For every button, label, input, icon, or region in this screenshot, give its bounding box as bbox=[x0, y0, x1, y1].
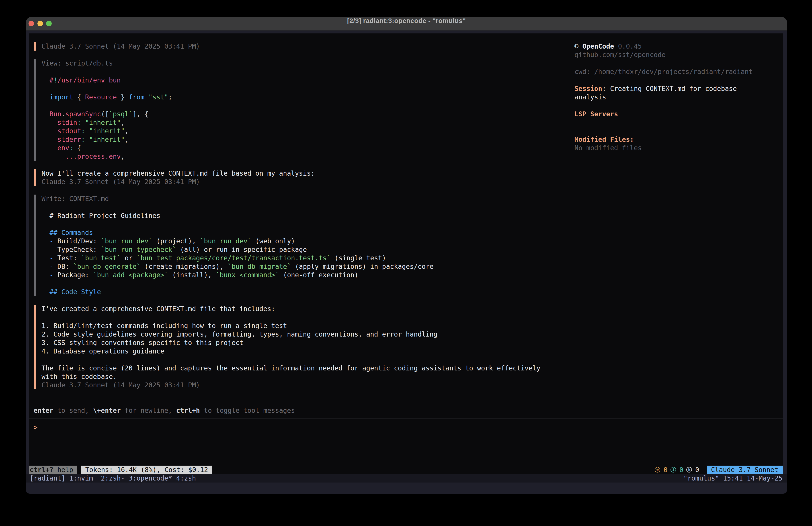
message-text-seg: 2. Code style guidelines covering import… bbox=[41, 330, 437, 338]
markdown-list-item: - TypeCheck: `bun run typecheck` (all) o… bbox=[49, 245, 307, 254]
message-text: The file is concise (20 lines) and captu… bbox=[41, 364, 540, 372]
code-line-seg bbox=[85, 127, 89, 135]
editor-divider bbox=[29, 418, 783, 419]
keybinding-hint-seg: ctrl+h bbox=[176, 407, 200, 414]
message-header: Claude 3.7 Sonnet (14 May 2025 03:41 PM) bbox=[41, 381, 200, 389]
code-line-seg: env bbox=[57, 144, 69, 152]
code-line-seg bbox=[85, 136, 89, 143]
message-text: 3. CSS styling conventions specific to t… bbox=[41, 339, 243, 347]
code-line: import { Resource } from "sst"; bbox=[49, 93, 172, 101]
code-line-seg: , bbox=[125, 136, 129, 143]
prompt-caret[interactable]: > bbox=[34, 423, 38, 432]
code-line-seg: , bbox=[125, 127, 129, 135]
message-text: I've created a comprehensive CONTEXT.md … bbox=[41, 305, 275, 313]
code-line-seg: { bbox=[73, 94, 85, 101]
markdown-list-item-seg: (project), bbox=[153, 237, 200, 245]
code-line: ...process.env, bbox=[65, 152, 125, 161]
markdown-list-item-seg: `bun db generate` bbox=[73, 263, 141, 270]
markdown-h2: ## Commands bbox=[49, 228, 93, 237]
markdown-h2: ## Code Style bbox=[49, 288, 101, 296]
code-line-seg: , bbox=[121, 119, 125, 126]
keybinding-hint-seg: enter bbox=[34, 407, 54, 414]
code-line: env: { bbox=[57, 144, 81, 152]
markdown-h2-seg: ## Commands bbox=[49, 229, 93, 237]
sidebar-modified-files-heading: Modified Files: bbox=[575, 135, 634, 144]
markdown-list-item-seg: DB: bbox=[54, 263, 73, 270]
message-header-seg: Claude 3.7 Sonnet (14 May 2025 03:41 PM) bbox=[41, 381, 200, 389]
code-line-seg: , bbox=[121, 153, 125, 160]
sidebar-cwd-line: cwd: /home/thdxr/dev/projects/radiant/ra… bbox=[575, 68, 753, 76]
code-line-seg: `psql` bbox=[109, 110, 133, 118]
tmux-window-list[interactable]: [radiant] 1:nvim 2:zsh- 3:opencode* 4:zs… bbox=[30, 474, 196, 483]
sidebar-session-line-seg: Session bbox=[575, 85, 602, 93]
keybinding-hint-seg: to send, bbox=[54, 407, 93, 414]
warn-count: 0 bbox=[664, 466, 668, 474]
window-title: [2/3] radiant:3:opencode - "romulus" bbox=[26, 17, 787, 30]
code-line-seg: { bbox=[73, 144, 81, 152]
screenshot-root: { "window": { "title": "[2/3] radiant:3:… bbox=[0, 0, 812, 526]
markdown-list-item-seg: - bbox=[49, 254, 54, 262]
code-line-seg: ; bbox=[168, 94, 172, 101]
code-line-seg: Resource bbox=[85, 94, 117, 101]
code-line-seg: stdout bbox=[57, 127, 81, 135]
code-line: stdout: "inherit", bbox=[57, 127, 129, 135]
markdown-list-item: - Package: `bun add <package>` (install)… bbox=[49, 271, 358, 279]
markdown-list-item-seg: (one-off execution) bbox=[279, 271, 358, 279]
code-line-seg: stderr bbox=[57, 136, 81, 143]
tool-block-bar bbox=[34, 195, 36, 296]
code-line: stdin: "inherit", bbox=[57, 118, 125, 127]
code-line-seg: stdin bbox=[57, 119, 77, 126]
code-line: #!/usr/bin/env bun bbox=[49, 76, 121, 84]
markdown-list-item: - Build/Dev: `bun run dev` (project), `b… bbox=[49, 237, 295, 245]
code-line-seg: # bbox=[49, 76, 54, 84]
message-text: 4. Database operations guidance bbox=[41, 347, 164, 355]
terminal-window: [2/3] radiant:3:opencode - "romulus" Cla… bbox=[26, 17, 787, 494]
code-line-seg: . bbox=[61, 110, 65, 118]
tool-title-seg: View: script/db.ts bbox=[41, 59, 113, 67]
tool-block-bar bbox=[34, 59, 36, 161]
sidebar-app-title-seg: © bbox=[575, 43, 582, 50]
tokens-cost-label: Tokens: 16.4K (8%), Cost: $0.12 bbox=[81, 466, 212, 474]
markdown-list-item-seg: - bbox=[49, 271, 54, 279]
message-accent-bar bbox=[34, 42, 36, 51]
code-line-seg: import bbox=[49, 94, 73, 101]
code-line: stderr: "inherit", bbox=[57, 135, 129, 144]
keybinding-hint-seg: to toggle tool messages bbox=[200, 407, 295, 414]
sidebar-app-repo-url-seg: github.com/sst/opencode bbox=[575, 51, 666, 59]
message-text: 1. Build/lint/test commands including ho… bbox=[41, 322, 287, 330]
keybinding-hint-seg: \+enter bbox=[93, 407, 120, 414]
sidebar-lsp-servers-heading: LSP Servers bbox=[575, 110, 618, 118]
markdown-list-item-seg: (install), bbox=[168, 271, 216, 279]
code-line-seg bbox=[81, 119, 85, 126]
code-line-seg: ], { bbox=[133, 110, 148, 118]
markdown-list-item-seg: `bun test` bbox=[81, 254, 121, 262]
code-line-seg: from bbox=[129, 94, 144, 101]
help-key-label: ctrl+? bbox=[30, 466, 54, 474]
markdown-list-item-seg: `bun run dev` bbox=[200, 237, 251, 245]
tmux-session-info: "romulus" 15:41 14-May-25 bbox=[683, 474, 782, 483]
message-header-seg: Claude 3.7 Sonnet (14 May 2025 03:41 PM) bbox=[41, 178, 200, 186]
message-text: 2. Code style guidelines covering import… bbox=[41, 330, 437, 339]
message-text-seg: 3. CSS styling conventions specific to t… bbox=[41, 339, 243, 346]
markdown-list-item-seg: TypeCheck: bbox=[54, 246, 101, 253]
message-text: with this codebase. bbox=[41, 372, 117, 381]
markdown-list-item-seg: `bun test packages/core/test/transaction… bbox=[136, 254, 331, 262]
tool-title-seg: Write: CONTEXT.md bbox=[41, 195, 109, 203]
code-line-seg: ...process.env bbox=[65, 153, 121, 160]
sidebar-app-title-seg: OpenCode bbox=[582, 43, 614, 50]
markdown-h2-seg: ## Code Style bbox=[49, 288, 101, 296]
sidebar-session-line-wrap: analysis bbox=[575, 93, 606, 101]
markdown-list-item-seg: Package: bbox=[54, 271, 93, 279]
markdown-list-item-seg: (all) or run in specific package bbox=[176, 246, 307, 253]
sidebar-session-line-wrap-seg: analysis bbox=[575, 94, 606, 101]
message-text-seg: The file is concise (20 lines) and captu… bbox=[41, 365, 540, 372]
code-line-seg: : bbox=[81, 136, 85, 143]
code-line-seg: ! bbox=[54, 76, 58, 84]
sidebar-modified-files-empty: No modified files bbox=[575, 144, 642, 152]
sidebar-app-title: © OpenCode 0.0.45 bbox=[575, 42, 642, 51]
tool-title: View: script/db.ts bbox=[41, 59, 113, 68]
help-label: help bbox=[54, 466, 77, 474]
code-line-seg: "inherit" bbox=[89, 136, 125, 143]
markdown-list-item-seg: Test: bbox=[54, 254, 81, 262]
markdown-h1: # Radiant Project Guidelines bbox=[49, 212, 160, 220]
